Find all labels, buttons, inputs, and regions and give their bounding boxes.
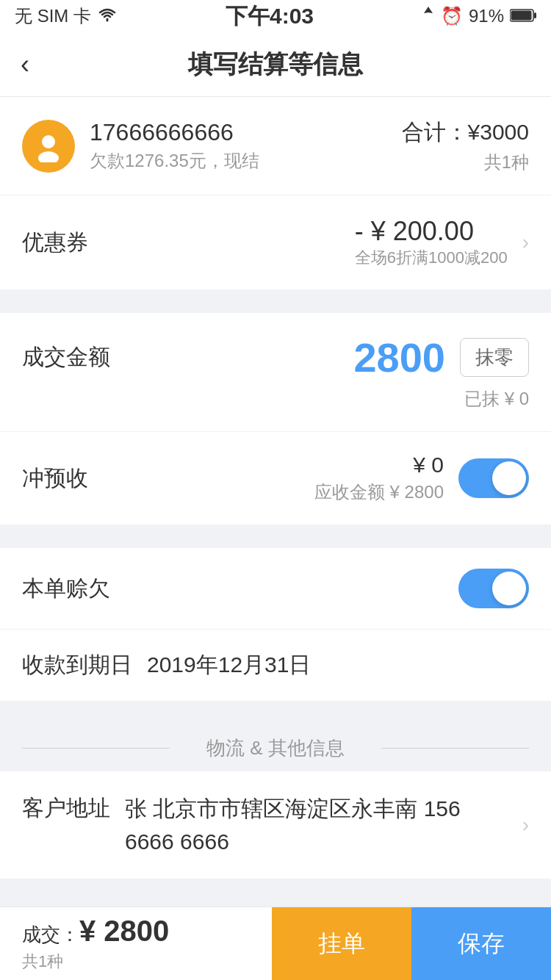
duedate-section: 收款到期日 2019年12月31日 (0, 629, 551, 701)
total-count: 共1种 (402, 151, 529, 174)
save-button[interactable]: 保存 (411, 907, 551, 980)
section-divider-2 (0, 536, 551, 548)
battery-text: 91% (469, 6, 504, 26)
round-zero-button[interactable]: 抹零 (460, 338, 529, 377)
coupon-right: - ¥ 200.00 全场6折满1000减200 › (355, 216, 529, 269)
divider-line-left (22, 748, 170, 749)
debt-toggle[interactable] (458, 569, 529, 608)
bottom-deal-label: 成交： (22, 923, 79, 945)
bottom-bar: 成交：¥ 2800 共1种 挂单 保存 (0, 907, 551, 980)
back-button[interactable]: ‹ (21, 49, 29, 80)
section-divider-3 (0, 713, 551, 724)
wifi-icon (97, 6, 118, 26)
bottom-deal-row: 成交：¥ 2800 (22, 915, 250, 948)
prepay-right: ¥ 0 应收金额 ¥ 2800 (314, 453, 529, 504)
amount-value: 2800 (353, 334, 445, 381)
prepay-toggle[interactable] (458, 458, 529, 498)
svg-point-4 (38, 151, 59, 162)
logistics-divider: 物流 & 其他信息 (0, 724, 551, 771)
avatar (22, 120, 75, 173)
amount-label: 成交金额 (22, 342, 110, 372)
coupon-amount: - ¥ 200.00 (355, 216, 514, 247)
duedate-value: 2019年12月31日 (147, 650, 311, 680)
address-label: 客户地址 (22, 792, 110, 824)
amount-right: 2800 抹零 (353, 334, 529, 381)
logistics-text: 物流 & 其他信息 (206, 735, 345, 761)
prepay-section: 冲预收 ¥ 0 应收金额 ¥ 2800 (0, 431, 551, 525)
nav-bar: ‹ 填写结算等信息 (0, 32, 551, 97)
user-debt: 欠款1276.35元，现结 (90, 149, 259, 173)
amount-sub: 已抹 ¥ 0 (22, 387, 529, 411)
alarm-icon: ⏰ (441, 6, 463, 26)
address-section: 客户地址 张 北京市市辖区海淀区永丰南 156 6666 6666 › (0, 771, 551, 879)
prepay-values: ¥ 0 应收金额 ¥ 2800 (314, 453, 444, 504)
coupon-row[interactable]: 优惠券 - ¥ 200.00 全场6折满1000减200 › (0, 195, 551, 289)
chevron-right-icon: › (522, 231, 529, 254)
total-amount: 合计：¥3000 (402, 118, 529, 148)
prepay-label: 冲预收 (22, 464, 88, 494)
section-divider-1 (0, 301, 551, 313)
address-value: 张 北京市市辖区海淀区永丰南 156 6666 6666 (125, 792, 515, 858)
status-left: 无 SIM 卡 (15, 4, 118, 28)
svg-rect-2 (511, 11, 531, 21)
status-time: 下午4:03 (226, 1, 314, 32)
chevron-right-icon-address: › (522, 813, 529, 837)
user-row: 17666666666 欠款1276.35元，现结 合计：¥3000 共1种 (0, 97, 551, 195)
page-title: 填写结算等信息 (188, 48, 363, 82)
user-info-section: 17666666666 欠款1276.35元，现结 合计：¥3000 共1种 优… (0, 97, 551, 289)
amount-row-container: 成交金额 2800 抹零 已抹 ¥ 0 (0, 313, 551, 431)
user-left: 17666666666 欠款1276.35元，现结 (22, 119, 259, 173)
coupon-info: - ¥ 200.00 全场6折满1000减200 (355, 216, 514, 269)
svg-point-3 (42, 135, 55, 148)
bottom-buttons: 挂单 保存 (272, 907, 551, 980)
total-value: ¥3000 (468, 120, 529, 144)
duedate-label: 收款到期日 (22, 650, 132, 680)
debt-section: 本单赊欠 收款到期日 2019年12月31日 (0, 548, 551, 701)
duedate-row: 收款到期日 2019年12月31日 (22, 650, 529, 680)
location-icon (422, 6, 435, 26)
total-label: 合计： (402, 120, 468, 144)
divider-line-right (381, 748, 529, 749)
amount-main-row: 成交金额 2800 抹零 (22, 334, 529, 381)
bottom-summary: 成交：¥ 2800 共1种 (0, 915, 272, 973)
status-right: ⏰ 91% (422, 6, 536, 26)
address-row[interactable]: 客户地址 张 北京市市辖区海淀区永丰南 156 6666 6666 › (0, 771, 551, 879)
deal-amount-section: 成交金额 2800 抹零 已抹 ¥ 0 冲预收 ¥ 0 应收金额 ¥ 2800 (0, 313, 551, 525)
svg-rect-1 (534, 12, 536, 18)
prepay-sub: 应收金额 ¥ 2800 (314, 480, 444, 504)
bottom-count: 共1种 (22, 951, 250, 973)
user-total: 合计：¥3000 共1种 (402, 118, 529, 174)
bottom-deal-amount: ¥ 2800 (79, 915, 169, 947)
prepay-amount: ¥ 0 (314, 453, 444, 478)
hang-single-button[interactable]: 挂单 (272, 907, 411, 980)
debt-label: 本单赊欠 (22, 574, 110, 604)
coupon-desc: 全场6折满1000减200 (355, 247, 508, 269)
user-info: 17666666666 欠款1276.35元，现结 (90, 119, 259, 173)
debt-row: 本单赊欠 (0, 548, 551, 629)
prepay-row: 冲预收 ¥ 0 应收金额 ¥ 2800 (22, 453, 529, 504)
user-phone: 17666666666 (90, 119, 259, 146)
coupon-label: 优惠券 (22, 228, 88, 258)
status-bar: 无 SIM 卡 下午4:03 ⏰ 91% (0, 0, 551, 32)
battery-icon (510, 6, 536, 26)
no-sim-text: 无 SIM 卡 (15, 4, 91, 28)
